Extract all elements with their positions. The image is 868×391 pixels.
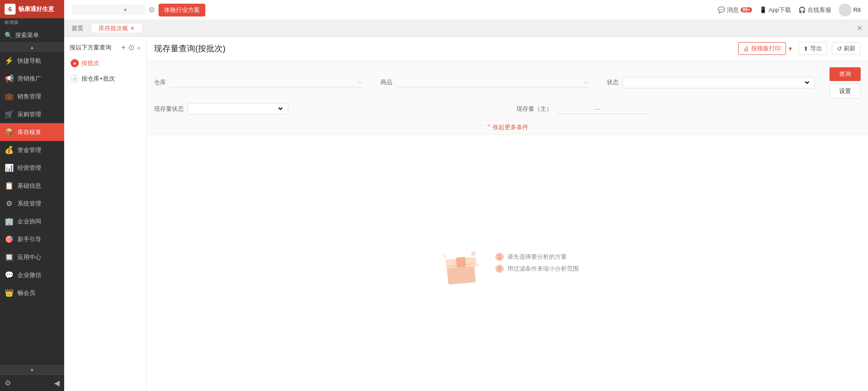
company-name: 畅康通好生意 (18, 5, 54, 13)
status-select[interactable]: 全部 正常 停用 (626, 79, 811, 87)
sidebar-item-operations[interactable]: 📊 经营管理 (0, 159, 64, 177)
topbar-search-input[interactable] (76, 6, 122, 13)
sidebar-item-label: 新手引导 (17, 235, 41, 244)
sidebar-item-member[interactable]: 👑 畅会员 (0, 284, 64, 302)
system-icon: ⚙ (5, 199, 14, 208)
empty-step-2: 2 用过滤条件来缩小分析范围 (495, 265, 579, 273)
tab-close-all[interactable]: ✕ (851, 24, 868, 33)
messages-item[interactable]: 💬 消息 99+ (718, 6, 752, 14)
base-icon: 📋 (5, 181, 14, 190)
sidebar-item-finance[interactable]: 💰 资金管理 (0, 141, 64, 159)
scroll-up-icon: ▲ (30, 45, 34, 50)
right-content: 现存量查询(按批次) 🖨 按模板打印 ▾ ⬆ 导出 ↺ (147, 37, 868, 391)
operations-icon: 📊 (5, 163, 14, 172)
quantity-from-input[interactable] (556, 105, 593, 112)
product-input-wrap[interactable]: ··· (396, 77, 588, 87)
user-item[interactable]: Rit (839, 4, 861, 16)
quantity-to-input[interactable] (602, 105, 639, 112)
topbar: ▾ ⚙ 体验行业方案 💬 消息 99+ 📱 App下载 🎧 在线客服 Rit (64, 0, 868, 20)
apps-icon: 🔲 (5, 253, 14, 261)
sidebar-item-system[interactable]: ⚙ 系统管理 (0, 195, 64, 212)
sidebar-item-marketing[interactable]: 📢 营销推广 (0, 70, 64, 87)
warehouse-input[interactable] (170, 79, 356, 86)
print-label: 按模板打印 (751, 44, 781, 53)
messages-label: 消息 (727, 6, 739, 14)
sidebar-item-label: 库存核算 (17, 128, 41, 136)
filter-right-actions: 查询 设置 (830, 67, 861, 98)
sidebar-item-enterprise[interactable]: 🏢 企业协同 (0, 212, 64, 230)
enterprise-icon: 🏢 (5, 217, 14, 226)
main-area: ▾ ⚙ 体验行业方案 💬 消息 99+ 📱 App下载 🎧 在线客服 Rit (64, 0, 868, 391)
refresh-label: 刷新 (844, 44, 856, 53)
warehouse-input-wrap[interactable]: ··· (170, 77, 362, 87)
scheme-settings-icon[interactable]: ⊙ (128, 43, 134, 52)
print-chevron[interactable]: ▾ (787, 45, 794, 52)
sidebar-scroll-down[interactable]: ▼ (0, 365, 64, 375)
collapse-panel-icon[interactable]: « (137, 44, 141, 51)
footer-settings-icon[interactable]: ⚙ (5, 379, 11, 387)
scheme-item-batch[interactable]: ● 按批次 (64, 55, 146, 71)
stock-status-select[interactable] (192, 105, 284, 113)
warehouse-label: 仓库 (154, 78, 166, 87)
marketing-icon: 📢 (5, 74, 14, 83)
edition-label: 标准版 (0, 18, 64, 28)
tab-home-label: 首页 (71, 24, 83, 33)
tab-inventory-batch[interactable]: 库存批次账 ✕ (91, 24, 143, 33)
sidebar-item-label: 销售管理 (17, 92, 41, 101)
topbar-search-chevron[interactable]: ▾ (124, 6, 127, 13)
step-1-num: 1 (495, 253, 504, 261)
warehouse-more-icon[interactable]: ··· (357, 79, 362, 86)
scroll-down-icon: ▼ (30, 368, 34, 373)
refresh-button[interactable]: ↺ 刷新 (832, 42, 861, 55)
trial-button[interactable]: 体验行业方案 (159, 4, 205, 16)
stock-status-select-wrap[interactable] (187, 103, 288, 114)
sidebar-item-label: 经营管理 (17, 164, 41, 172)
tab-close-icon[interactable]: ✕ (130, 25, 135, 32)
topbar-search-box: ▾ (71, 5, 145, 15)
sidebar-item-label: 系统管理 (17, 200, 41, 208)
sidebar-item-purchase[interactable]: 🛒 采购管理 (0, 105, 64, 123)
collapse-bar[interactable]: ⌃ 收起更多条件 (147, 120, 868, 135)
sidebar-item-guide[interactable]: 🎯 新手引导 (0, 230, 64, 248)
online-service-item[interactable]: 🎧 在线客服 (798, 6, 831, 14)
collapse-label: ⌃ 收起更多条件 (486, 124, 529, 130)
member-icon: 👑 (5, 288, 14, 297)
quantity-label: 现存量（主） (516, 105, 552, 113)
finance-icon: 💰 (5, 146, 14, 154)
settings-button[interactable]: 设置 (830, 84, 861, 98)
add-scheme-icon[interactable]: + (121, 43, 126, 52)
scheme-item-warehouse-batch[interactable]: ⊙ 按仓库+批次 (64, 71, 146, 87)
print-dropdown: 🖨 按模板打印 ▾ (738, 42, 794, 55)
sidebar: 6 畅康通好生意 标准版 🔍 搜索菜单 ▲ ⚡ 快捷导航 📢 营销推广 💼 销售… (0, 0, 64, 391)
query-button[interactable]: 查询 (830, 67, 861, 81)
guide-icon: 🎯 (5, 235, 14, 244)
user-name: Rit (853, 6, 861, 13)
sidebar-item-wechat[interactable]: 💬 企业微信 (0, 266, 64, 284)
filter-group-product: 商品 ··· (380, 77, 588, 87)
sidebar-search[interactable]: 🔍 搜索菜单 (0, 28, 64, 42)
status-select-wrap[interactable]: 全部 正常 停用 (622, 77, 815, 88)
tab-home[interactable]: 首页 (64, 24, 91, 33)
filter-row-2: 现存量状态 现存量（主） — (154, 103, 861, 114)
sidebar-item-sales[interactable]: 💼 销售管理 (0, 87, 64, 105)
sidebar-header: 6 畅康通好生意 (0, 0, 64, 18)
print-button[interactable]: 🖨 按模板打印 (738, 42, 786, 55)
product-more-icon[interactable]: ··· (584, 79, 588, 86)
product-input[interactable] (396, 79, 582, 86)
sidebar-item-label: 采购管理 (17, 110, 41, 119)
sidebar-item-apps[interactable]: 🔲 应用中心 (0, 248, 64, 266)
user-avatar (839, 4, 852, 16)
footer-collapse-icon[interactable]: ◀ (54, 379, 60, 387)
app-download-item[interactable]: 📱 App下载 (759, 6, 791, 14)
sidebar-scroll-up[interactable]: ▲ (0, 42, 64, 52)
step-2-num: 2 (495, 265, 504, 273)
stock-status-label: 现存量状态 (154, 105, 184, 113)
sidebar-item-label: 快捷导航 (17, 57, 41, 65)
topbar-gear-icon[interactable]: ⚙ (148, 5, 155, 14)
export-button[interactable]: ⬆ 导出 (798, 42, 827, 55)
sidebar-item-inventory[interactable]: 📦 库存核算 (0, 123, 64, 141)
sidebar-item-label: 企业协同 (17, 217, 41, 226)
quantity-dash: — (594, 105, 600, 112)
sidebar-item-shortcuts[interactable]: ⚡ 快捷导航 (0, 52, 64, 70)
sidebar-item-base[interactable]: 📋 基础信息 (0, 177, 64, 195)
